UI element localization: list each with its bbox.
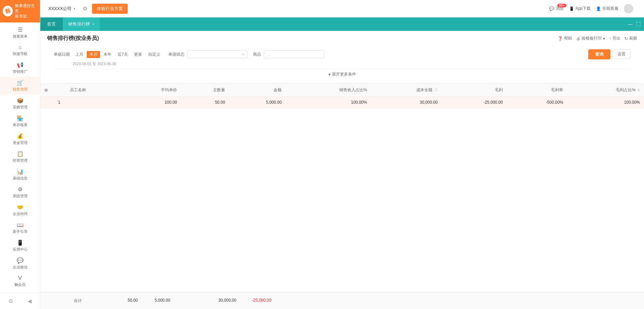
tab-home[interactable]: 首页 (40, 17, 62, 31)
row-profit-pct-0: 100.00% (567, 97, 644, 108)
expand-button[interactable]: ▾ 展开更多条件 (329, 71, 356, 77)
avatar[interactable] (624, 4, 633, 13)
page-header-top: 销售排行榜(按业务员) ❓ 帮助 🖨 按模板打印 ▾ ↑ 导出 (47, 35, 637, 42)
table-header: ⚙ 员工名称 平均单价 主数量 金额 销售收入占比% 成本全额 ⓘ 毛利 毛利率… (40, 84, 644, 97)
filter-settings-button[interactable]: 设置 (612, 49, 631, 59)
online-service-button[interactable]: 👤 在线客服 (596, 6, 618, 11)
footer-label: 合计 (70, 296, 97, 306)
sidebar-item-label-basic-info: 基础信息 (13, 176, 28, 181)
company-name: XXXXX公司 (48, 6, 72, 12)
help-icon: ❓ (558, 36, 563, 41)
footer-amount: 5,000.00 (151, 296, 177, 306)
th-settings[interactable]: ⚙ (40, 84, 52, 97)
status-select-arrow: ▾ (242, 52, 244, 57)
footer-sales-pct (177, 296, 214, 306)
sidebar-item-search[interactable]: ☰ 搜索菜单 (0, 24, 40, 42)
member-icon: V (18, 275, 22, 281)
refresh-button[interactable]: ↻ 刷新 (625, 36, 637, 41)
logo: 畅 畅康通好生意 标准版 (0, 0, 40, 22)
message-button[interactable]: 💬 消息 99+ (549, 6, 564, 11)
sidebar-item-label-app-center: 应用中心 (13, 247, 28, 252)
page-content: 销售排行榜(按业务员) ❓ 帮助 🖨 按模板打印 ▾ ↑ 导出 (40, 31, 644, 309)
sidebar-item-purchase[interactable]: 📦 采购管理 (0, 95, 40, 112)
page-header: 销售排行榜(按业务员) ❓ 帮助 🖨 按模板打印 ▾ ↑ 导出 (40, 31, 644, 84)
goods-filter-group: 商品 ... (253, 50, 324, 58)
company-selector[interactable]: XXXXX公司 ▾ (46, 4, 78, 13)
goods-input[interactable]: ... (264, 50, 324, 58)
expand-row: ▾ 展开更多条件 (54, 69, 631, 79)
sidebar-item-system[interactable]: ⚙ 系统管理 (0, 184, 40, 201)
operations-icon: 📋 (17, 151, 24, 157)
footer-avg-price (97, 296, 124, 306)
export-button[interactable]: ↑ 导出 (609, 36, 620, 41)
purchase-icon: 📦 (17, 97, 24, 104)
sidebar-item-sales[interactable]: 🛒 销售管理 (0, 77, 40, 95)
date-tab-1[interactable]: 本月 (87, 51, 100, 58)
basic-info-icon: 📊 (17, 168, 24, 175)
sidebar-item-inventory[interactable]: 🏪 库存核算 (0, 112, 40, 130)
sidebar-item-app-center[interactable]: 📱 应用中心 (0, 237, 40, 255)
date-tab-3[interactable]: 近7天 (115, 51, 131, 58)
sidebar-item-operations[interactable]: 📋 经营管理 (0, 148, 40, 166)
date-tab-2[interactable]: 本年 (101, 51, 114, 58)
date-filter-group: 单据日期 上月本月本年近7天更多自定义 (54, 51, 163, 58)
sidebar-item-label-search: 搜索菜单 (13, 34, 28, 39)
th-profit: 毛利 (442, 84, 507, 97)
tab-minimize-icon[interactable]: — (628, 21, 633, 27)
try-industry-button[interactable]: 体验行业方案 (92, 4, 128, 14)
sidebar-item-label-operations: 经营管理 (13, 158, 28, 163)
row-amount-0: 5,000.00 (229, 97, 286, 108)
sidebar-item-label-guide: 新手引导 (13, 229, 28, 234)
row-settings-0 (40, 97, 52, 108)
sidebar-item-marketing[interactable]: 📢 营销推广 (0, 59, 40, 77)
footer-profit-pct (305, 296, 332, 306)
sidebar-item-wechat[interactable]: 💬 企业微信 (0, 255, 40, 272)
sidebar-item-member[interactable]: V 畅会员 (0, 272, 40, 290)
th-amount: 金额 (229, 84, 286, 97)
date-tab-0[interactable]: 上月 (73, 51, 86, 58)
sidebar-item-label-quick-nav: 快捷导航 (13, 51, 28, 56)
sidebar-item-label-purchase: 采购管理 (13, 105, 28, 110)
app-download-label: App下载 (575, 6, 591, 11)
sidebar-item-finance[interactable]: 💰 资金管理 (0, 130, 40, 148)
tab-close-icon[interactable]: × (92, 22, 94, 27)
guide-icon: 📖 (17, 222, 24, 228)
query-button[interactable]: 查询 (588, 49, 610, 59)
sidebar-bottom: ⚙ ◀ (0, 293, 40, 309)
sidebar-item-basic-info[interactable]: 📊 基础信息 (0, 166, 40, 184)
tab-right-actions: — ⛶ (625, 17, 644, 31)
inventory-icon: 🏪 (17, 115, 24, 121)
tab-sales-ranking-label: 销售排行榜 (68, 21, 90, 27)
sidebar-item-enterprise[interactable]: 🤝 企业协同 (0, 201, 40, 219)
data-table: ⚙ 员工名称 平均单价 主数量 金额 销售收入占比% 成本全额 ⓘ 毛利 毛利率… (40, 84, 644, 108)
sidebar-item-label-marketing: 营销推广 (13, 69, 28, 74)
sidebar-item-quick-nav[interactable]: ⌂ 快捷导航 (0, 42, 40, 59)
date-filter-label: 单据日期 (54, 52, 70, 57)
footer-profit-rate (278, 296, 305, 306)
status-select[interactable]: ▾ (187, 50, 248, 58)
sidebar-item-guide[interactable]: 📖 新手引导 (0, 219, 40, 237)
sidebar-item-label-member: 畅会员 (14, 282, 26, 287)
print-button[interactable]: 🖨 按模板打印 ▾ (576, 36, 605, 41)
date-tab-4[interactable]: 更多 (131, 51, 145, 58)
service-label: 在线客服 (602, 6, 618, 11)
tab-sales-ranking[interactable]: 销售排行榜 × (62, 17, 100, 31)
date-tab-5[interactable]: 自定义 (145, 51, 163, 58)
footer-cost: 30,000.00 (214, 296, 248, 306)
tab-maximize-icon[interactable]: ⛶ (636, 21, 641, 27)
sidebar-nav: ☰ 搜索菜单 ⌂ 快捷导航 📢 营销推广 🛒 销售管理 📦 采购管理 🏪 库存核… (0, 22, 40, 293)
main-area: XXXXX公司 ▾ ⚙ 体验行业方案 💬 消息 99+ 📱 App下载 👤 在线… (40, 0, 644, 309)
footer-empty-1 (44, 296, 56, 306)
row-name-0 (66, 97, 124, 108)
settings-icon[interactable]: ⚙ (81, 4, 89, 13)
topbar-right: 💬 消息 99+ 📱 App下载 👤 在线客服 (549, 4, 639, 13)
goods-placeholder: ... (267, 52, 271, 57)
help-button[interactable]: ❓ 帮助 (558, 36, 572, 41)
sidebar-collapse-icon[interactable]: ◀ (26, 297, 33, 306)
message-icon: 💬 (549, 6, 554, 11)
sidebar-settings-icon[interactable]: ⚙ (7, 297, 14, 306)
tabbar: 首页 销售排行榜 × — ⛶ (40, 17, 644, 31)
th-profit-rate: 毛利率 (507, 84, 567, 97)
footer-empty-2 (56, 296, 70, 306)
app-download-button[interactable]: 📱 App下载 (569, 6, 591, 11)
